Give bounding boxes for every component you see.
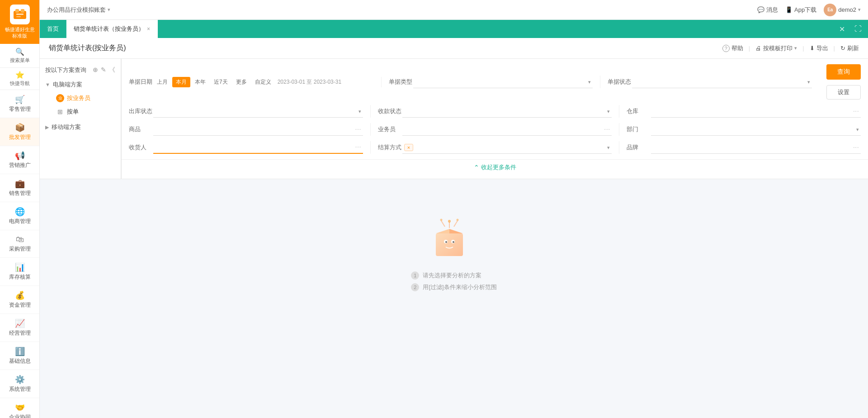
sidebar-item-system[interactable]: ⚙️ 系统管理 (0, 370, 39, 398)
help-label: 帮助 (731, 44, 743, 52)
date-this-year[interactable]: 本年 (191, 77, 209, 87)
mobile-group-label: 移动端方案 (52, 123, 115, 131)
goods-control[interactable]: ··· (153, 123, 363, 136)
chevron-down-icon: ▾ (108, 7, 110, 13)
sidebar-item-sales[interactable]: 💼 销售管理 (0, 174, 39, 202)
doc-status-label: 单据状态 (608, 78, 632, 86)
filter-row-3: 商品 ··· 业务员 ··· 部门 ▾ (122, 123, 868, 141)
salesperson-label: 业务员 (378, 125, 402, 133)
warehouse-label: 仓库 (627, 107, 651, 115)
top-header: 办公用品行业模拟账套 ▾ 💬 消息 📱 App下载 Ea demo2 ▾ (40, 0, 868, 20)
sidebar-item-inventory[interactable]: 📊 库存核算 (0, 258, 39, 286)
inventory-label: 库存核算 (9, 273, 31, 281)
edit-scheme-icon[interactable]: ✎ (101, 66, 106, 74)
sidebar-item-basic[interactable]: ℹ️ 基础信息 (0, 342, 39, 370)
tab-home[interactable]: 首页 (40, 20, 66, 38)
app-selector[interactable]: 办公用品行业模拟账套 ▾ (47, 6, 110, 14)
date-range-text: 2023-03-01 至 2023-03-31 (278, 78, 341, 86)
date-this-month[interactable]: 本月 (172, 77, 190, 87)
scheme-group-mobile: ▶ 移动端方案 (40, 120, 121, 134)
page-actions: ? 帮助 | 🖨 按模板打印 ▾ | ⬇ 导出 | ↻ 刷新 (722, 44, 859, 52)
tab-expand-icon[interactable]: ⛶ (852, 23, 864, 35)
brand-control[interactable]: ··· (651, 141, 861, 154)
scheme-panel-icons: ⊕ ✎ 《 (93, 66, 115, 74)
pc-group-arrow-icon: ▼ (45, 82, 50, 87)
wholesale-icon: 📦 (15, 123, 25, 133)
sidebar-item-ecommerce[interactable]: 🌐 电商管理 (0, 202, 39, 230)
username-label: demo2 (838, 6, 856, 13)
svg-rect-3 (16, 14, 24, 15)
tab-sales-stats[interactable]: 销货单统计表（按业务员） × (66, 20, 158, 38)
settlement-control[interactable]: × ▾ (402, 141, 612, 154)
sales-icon: 💼 (15, 179, 25, 189)
refresh-button[interactable]: ↻ 刷新 (840, 44, 859, 52)
header-right: 💬 消息 📱 App下载 Ea demo2 ▾ (757, 4, 861, 16)
basic-label: 基础信息 (9, 357, 31, 365)
date-last-month[interactable]: 上月 (153, 77, 171, 87)
receipt-status-control[interactable]: ▾ (402, 105, 612, 118)
dots-warehouse-icon: ··· (853, 107, 859, 115)
user-action[interactable]: Ea demo2 ▾ (824, 4, 861, 16)
x-button[interactable]: × (407, 145, 410, 150)
brand-cell: 品牌 ··· (619, 141, 861, 154)
collapse-icon: ⌃ (474, 164, 479, 171)
doc-status-control[interactable]: ▾ (632, 76, 812, 88)
enterprise-label: 企业协同 (9, 413, 31, 418)
salesperson-scheme-label: 按业务员 (67, 94, 90, 102)
tab-close-icon[interactable]: × (147, 26, 150, 32)
scheme-item-by-salesperson[interactable]: 业 按业务员 (51, 91, 121, 105)
sidebar-item-purchase[interactable]: 🛍 采购管理 (0, 230, 39, 258)
scheme-group-mobile-header[interactable]: ▶ 移动端方案 (40, 120, 121, 134)
marketing-label: 营销推广 (9, 162, 31, 169)
out-status-label: 出库状态 (129, 107, 153, 115)
system-icon: ⚙️ (15, 375, 25, 385)
scheme-group-pc-header[interactable]: ▼ 电脑端方案 (40, 78, 121, 91)
sidebar-item-marketing[interactable]: 📢 营销推广 (0, 146, 39, 174)
main-area: 办公用品行业模拟账套 ▾ 💬 消息 📱 App下载 Ea demo2 ▾ 首页 (40, 0, 868, 418)
out-status-control[interactable]: ▾ (153, 105, 363, 118)
salesperson-control[interactable]: ··· (402, 123, 612, 136)
collapse-button[interactable]: ⌃ 收起更多条件 (468, 162, 522, 173)
purchase-icon: 🛍 (16, 235, 24, 244)
export-icon: ⬇ (810, 45, 815, 52)
sidebar-logo[interactable]: 畅捷通好生意 标准版 (0, 0, 39, 44)
sidebar-item-operations[interactable]: 📈 经营管理 (0, 314, 39, 342)
warehouse-control[interactable]: ··· (651, 105, 861, 118)
page-header: 销货单统计表(按业务员) ? 帮助 | 🖨 按模板打印 ▾ | ⬇ 导出 | (40, 38, 868, 59)
doc-type-control[interactable]: ▾ (413, 76, 593, 88)
date-more[interactable]: 更多 (232, 77, 250, 87)
settings-button[interactable]: 设置 (826, 85, 861, 100)
export-button[interactable]: ⬇ 导出 (810, 44, 828, 52)
print-button[interactable]: 🖨 按模板打印 ▾ (755, 44, 797, 52)
sidebar-item-wholesale[interactable]: 📦 批发管理 (0, 118, 39, 146)
consignee-control[interactable]: ··· (153, 141, 363, 154)
search-icon: 🔍 (15, 48, 24, 56)
tab-close-window-icon[interactable]: ✕ (835, 23, 848, 35)
sales-label: 销售管理 (9, 190, 31, 197)
quick-nav[interactable]: ⭐ 快捷导航 (0, 68, 39, 90)
message-icon: 💬 (757, 6, 764, 13)
sidebar-item-enterprise[interactable]: 🤝 企业协同 (0, 398, 39, 418)
nav-label: 快捷导航 (10, 80, 30, 87)
pc-group-label: 电脑端方案 (53, 81, 115, 89)
app-download-action[interactable]: 📱 App下载 (785, 6, 816, 14)
svg-point-9 (453, 241, 454, 243)
search-menu[interactable]: 🔍 搜索菜单 (0, 44, 39, 68)
app-selector-text: 办公用品行业模拟账套 (47, 6, 106, 14)
date-last-7days[interactable]: 近7天 (210, 77, 231, 87)
chevron-down-outstatus-icon: ▾ (359, 108, 361, 114)
finance-label: 资金管理 (9, 301, 31, 309)
print-label: 按模板打印 (763, 44, 793, 52)
scheme-item-by-order[interactable]: ⊞ 按单 (51, 105, 121, 119)
query-button[interactable]: 查询 (826, 64, 861, 80)
department-control[interactable]: ▾ (651, 123, 861, 136)
date-custom[interactable]: 自定义 (251, 77, 275, 87)
help-button[interactable]: ? 帮助 (722, 44, 743, 52)
empty-hints: 1 请先选择要分析的方案 2 用[过滤]条件来缩小分析范围 (411, 271, 496, 291)
sidebar-item-finance[interactable]: 💰 资金管理 (0, 286, 39, 314)
filter-row-1: 单据日期 上月 本月 本年 近7天 更多 自定义 2023-03-01 至 20… (122, 64, 868, 105)
add-scheme-icon[interactable]: ⊕ (93, 66, 98, 74)
message-action[interactable]: 💬 消息 (757, 6, 778, 14)
sidebar-item-retail[interactable]: 🛒 零售管理 (0, 90, 39, 118)
collapse-scheme-icon[interactable]: 《 (109, 66, 115, 74)
